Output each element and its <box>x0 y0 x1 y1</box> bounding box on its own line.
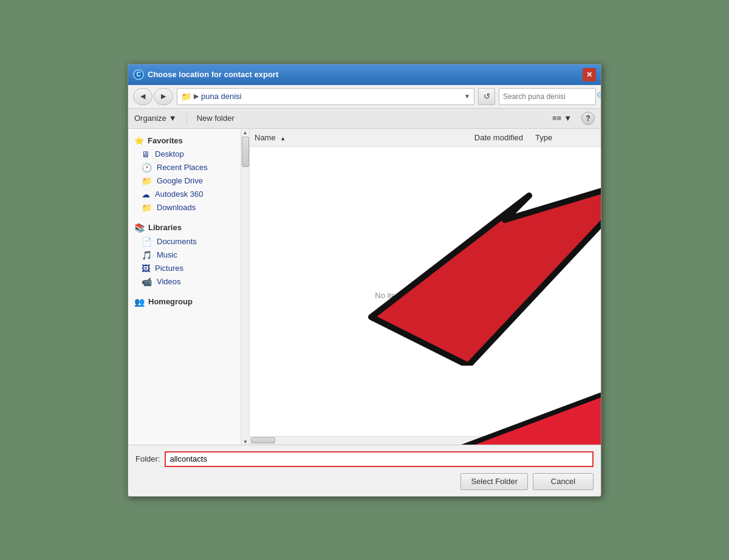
sidebar-item-label: Autodesk 360 <box>155 190 204 199</box>
breadcrumb-dropdown-icon[interactable]: ▼ <box>464 93 470 100</box>
sidebar-item-music[interactable]: 🎵 Music <box>128 248 241 262</box>
cancel-button[interactable]: Cancel <box>533 473 594 490</box>
breadcrumb-arrow: ▶ <box>194 92 199 100</box>
h-scroll-thumb <box>251 437 275 443</box>
sidebar-item-videos[interactable]: 📹 Videos <box>128 275 241 289</box>
sidebar-item-desktop[interactable]: 🖥 Desktop <box>128 148 241 161</box>
sidebar-item-downloads[interactable]: 📁 Downloads <box>128 201 241 214</box>
folder-row: Folder: <box>135 451 594 467</box>
sidebar-item-pictures[interactable]: 🖼 Pictures <box>128 262 241 275</box>
sidebar-item-label: Documents <box>157 237 197 246</box>
sidebar-item-label: Recent Places <box>157 163 208 172</box>
scroll-up-arrow[interactable]: ▲ <box>241 129 249 135</box>
view-arrow: ▼ <box>564 114 572 123</box>
sidebar-item-label: Pictures <box>155 264 183 273</box>
sidebar-item-google-drive[interactable]: 📁 Google Drive <box>128 174 241 188</box>
file-list-body: No items match your search. <box>250 147 601 445</box>
libraries-icon: 📚 <box>134 223 145 233</box>
col-type-header[interactable]: Type <box>535 133 596 142</box>
col-name-header[interactable]: Name ▲ <box>255 133 414 142</box>
breadcrumb-bar[interactable]: 📁 ▶ puna denisi ▼ <box>177 88 474 105</box>
documents-icon: 📄 <box>142 237 152 247</box>
recent-places-icon: 🕐 <box>142 163 152 172</box>
breadcrumb-folder-icon: 📁 <box>181 92 191 101</box>
sidebar-section-homegroup[interactable]: 👥 Homegroup <box>128 295 241 309</box>
homegroup-icon: 👥 <box>134 297 145 307</box>
back-button[interactable]: ◀ <box>133 88 152 105</box>
sidebar-item-label: Downloads <box>157 203 196 212</box>
main-content: ▲ ▼ ⭐ Favorites 🖥 Desktop 🕐 Recent Place… <box>128 129 601 445</box>
refresh-button[interactable]: ↺ <box>478 88 495 105</box>
sidebar: ▲ ▼ ⭐ Favorites 🖥 Desktop 🕐 Recent Place… <box>128 129 250 445</box>
sort-arrow: ▲ <box>280 135 286 142</box>
forward-button[interactable]: ▶ <box>154 88 173 105</box>
search-icon: 🔍 <box>597 92 601 101</box>
desktop-icon: 🖥 <box>142 149 150 159</box>
videos-icon: 📹 <box>142 277 152 287</box>
view-icon: ≡≡ <box>552 114 561 123</box>
title-bar: C Choose location for contact export ✕ <box>128 64 601 85</box>
sidebar-item-label: Google Drive <box>157 176 203 185</box>
dialog-title: Choose location for contact export <box>148 70 278 79</box>
downloads-icon: 📁 <box>142 203 152 213</box>
sidebar-scrollbar[interactable]: ▲ ▼ <box>241 129 249 445</box>
search-bar: 🔍 <box>499 88 596 105</box>
view-button[interactable]: ≡≡ ▼ <box>552 114 572 123</box>
new-folder-button[interactable]: New folder <box>197 114 234 123</box>
file-area: Name ▲ Date modified Type No items match… <box>250 129 601 445</box>
music-icon: 🎵 <box>142 250 152 260</box>
horizontal-scrollbar[interactable]: ▶ <box>250 436 601 445</box>
organize-arrow: ▼ <box>169 114 177 123</box>
homegroup-label: Homegroup <box>148 297 193 306</box>
libraries-label: Libraries <box>148 223 182 232</box>
sidebar-section-favorites[interactable]: ⭐ Favorites <box>128 134 241 148</box>
favorites-icon: ⭐ <box>134 136 144 145</box>
folder-label: Folder: <box>135 454 160 463</box>
toolbar-row: ◀ ▶ 📁 ▶ puna denisi ▼ ↺ 🔍 <box>128 85 601 109</box>
empty-message: No items match your search. <box>375 291 475 300</box>
select-folder-button[interactable]: Select Folder <box>460 473 528 490</box>
pictures-icon: 🖼 <box>142 264 150 273</box>
favorites-label: Favorites <box>148 136 183 145</box>
scroll-thumb <box>242 137 249 167</box>
sidebar-item-label: Desktop <box>155 149 184 159</box>
google-drive-icon: 📁 <box>142 176 152 186</box>
sidebar-item-label: Videos <box>157 277 181 286</box>
column-header: Name ▲ Date modified Type <box>250 129 601 147</box>
scroll-down-arrow[interactable]: ▼ <box>241 439 250 445</box>
organize-label: Organize <box>134 114 166 123</box>
new-folder-label: New folder <box>197 114 234 123</box>
sidebar-item-recent-places[interactable]: 🕐 Recent Places <box>128 161 241 174</box>
organize-button[interactable]: Organize ▼ <box>134 114 177 123</box>
sidebar-item-autodesk[interactable]: ☁ Autodesk 360 <box>128 188 241 201</box>
h-scroll-right-arrow[interactable]: ▶ <box>592 437 601 444</box>
sidebar-section-libraries[interactable]: 📚 Libraries <box>128 220 241 235</box>
autodesk-icon: ☁ <box>142 190 150 199</box>
bottom-section: Folder: Select Folder Cancel <box>128 445 601 496</box>
help-button[interactable]: ? <box>581 112 595 125</box>
folder-input[interactable] <box>165 451 594 467</box>
dialog-window: C Choose location for contact export ✕ ◀… <box>128 64 601 497</box>
buttons-row: Select Folder Cancel <box>135 473 594 490</box>
col-date-header[interactable]: Date modified <box>414 133 535 142</box>
close-button[interactable]: ✕ <box>583 68 596 81</box>
sidebar-item-documents[interactable]: 📄 Documents <box>128 235 241 248</box>
sidebar-item-label: Music <box>157 250 177 259</box>
app-icon: C <box>133 69 144 80</box>
action-toolbar: Organize ▼ New folder ≡≡ ▼ ? <box>128 109 601 129</box>
separator <box>187 113 187 124</box>
search-input[interactable] <box>503 92 594 101</box>
title-bar-left: C Choose location for contact export <box>133 69 278 80</box>
breadcrumb-path: puna denisi <box>201 92 242 101</box>
